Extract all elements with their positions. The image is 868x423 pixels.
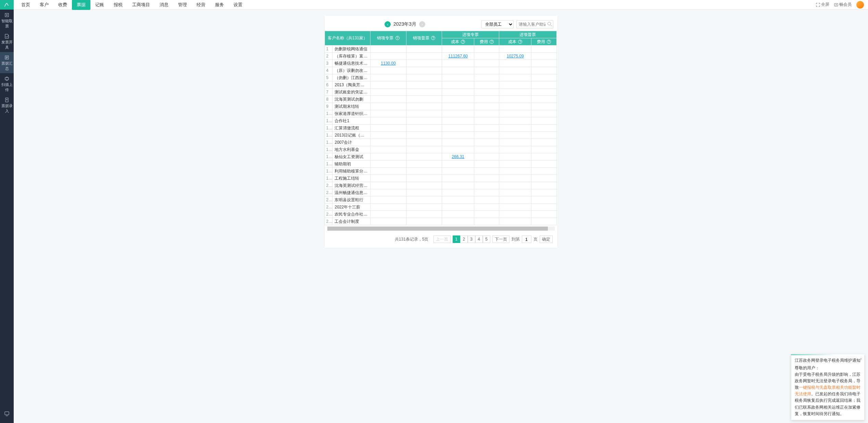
nav-item-2[interactable]: 收费 xyxy=(53,0,72,10)
nav-item-7[interactable]: 消息 xyxy=(155,0,173,10)
fullscreen-label: 全屏 xyxy=(821,2,829,8)
table-row[interactable]: 15地方水利基金 xyxy=(325,146,556,153)
side-icon-4 xyxy=(4,97,10,103)
close-icon[interactable]: × xyxy=(860,356,862,362)
th-in-general: 进项普票 xyxy=(499,31,556,38)
th-cost[interactable]: 成本 ? xyxy=(499,38,531,46)
fullscreen-button[interactable]: 全屏 xyxy=(816,2,829,8)
table-row[interactable]: 16杨仙女工资测试266.31 xyxy=(325,153,556,161)
staff-select[interactable]: 全部员工 xyxy=(481,20,514,28)
next-page-button[interactable]: 下一页 xyxy=(492,235,510,243)
th-sale-special[interactable]: 销项专票 ? xyxy=(370,31,406,46)
horizontal-scrollbar[interactable] xyxy=(327,227,555,231)
table-row[interactable]: 10张家港厚道针织品有限公… xyxy=(325,110,556,117)
help-icon[interactable]: ? xyxy=(461,40,465,44)
table-row[interactable]: 24农民专业合作社会计制度 xyxy=(325,211,556,218)
side-icon-2 xyxy=(4,55,10,60)
help-icon[interactable]: ? xyxy=(518,40,522,44)
page-4[interactable]: 4 xyxy=(475,235,483,243)
nav-item-11[interactable]: 设置 xyxy=(229,0,247,10)
page-3[interactable]: 3 xyxy=(468,235,475,243)
table-row[interactable]: 25工会会计制度 xyxy=(325,218,556,225)
th-in-special: 进项专票 xyxy=(442,31,499,38)
table-row[interactable]: 8沈海英测试勿删 xyxy=(325,96,556,103)
table-row[interactable]: 21温州畅捷通信息服务有限… xyxy=(325,189,556,196)
sidebar-item-2[interactable]: 票据汇总 xyxy=(0,52,14,73)
avatar[interactable] xyxy=(856,1,864,9)
table-row[interactable]: 2（库存核算）直播畅捷通信…111267.6010275.09 xyxy=(325,53,556,60)
search-icon[interactable] xyxy=(547,22,552,27)
svg-rect-3 xyxy=(5,78,9,80)
side-bottom-button[interactable] xyxy=(0,409,14,419)
sidebar-item-4[interactable]: 票据录入 xyxy=(0,94,14,116)
member-label: 畅会员 xyxy=(839,2,852,8)
nav-item-4[interactable]: 记账 xyxy=(90,0,109,10)
nav-item-9[interactable]: 经营 xyxy=(192,0,210,10)
side-icon-1 xyxy=(4,34,10,39)
goto-suffix: 页 xyxy=(533,236,538,242)
table-row[interactable]: 1勿删新锐网络通信 xyxy=(325,46,556,53)
table-row[interactable]: 20沈海英测试经营勿删 xyxy=(325,182,556,189)
toast-greeting: 尊敬的用户： xyxy=(795,365,861,371)
month-label: 2023年3月 xyxy=(393,21,416,27)
notification-toast: × 江苏政务网登录电子税务局维护通知 尊敬的用户： 由于受电子税务局升级的影响，… xyxy=(791,354,865,420)
page-1[interactable]: 1 xyxy=(453,235,460,243)
goto-confirm-button[interactable]: 确定 xyxy=(540,235,553,243)
table-row[interactable]: 4（原）误删勿改李艳芬测试账… xyxy=(325,67,556,74)
nav-item-8[interactable]: 管理 xyxy=(173,0,192,10)
nav-item-5[interactable]: 报税 xyxy=(109,0,127,10)
nav-item-6[interactable]: 工商项目 xyxy=(127,0,155,10)
table-row[interactable]: 7测试账套的凭证打印的时候… xyxy=(325,89,556,96)
table-row[interactable]: 19工程施工结转 xyxy=(325,175,556,182)
sidebar-item-0[interactable]: 智能取票 xyxy=(0,10,14,31)
svg-rect-4 xyxy=(5,412,9,415)
table-row[interactable]: 12汇算清缴流程 xyxy=(325,125,556,132)
prev-month-button[interactable]: ‹ xyxy=(385,21,391,27)
prev-page-button[interactable]: 上一页 xyxy=(433,235,451,243)
pager-summary: 共131条记录，5页 xyxy=(395,236,429,242)
table-row[interactable]: 142007会计 xyxy=(325,139,556,146)
th-fee[interactable]: 费用 ? xyxy=(474,38,499,46)
table-row[interactable]: 5（勿删）江西服宝-LSS xyxy=(325,74,556,81)
table-row[interactable]: 132013日记账（不要删除哈… xyxy=(325,132,556,139)
toast-title: 江苏政务网登录电子税务局维护通知 xyxy=(795,357,861,364)
th-fee[interactable]: 费用 ? xyxy=(531,38,556,46)
nav-item-0[interactable]: 首页 xyxy=(16,0,35,10)
side-icon-3 xyxy=(4,76,10,81)
th-cost[interactable]: 成本 ? xyxy=(442,38,474,46)
help-icon[interactable]: ? xyxy=(547,40,551,44)
top-nav: 首页客户收费票据记账报税工商项目消息管理经营服务设置 xyxy=(14,0,816,10)
member-button[interactable]: 畅会员 xyxy=(834,2,852,8)
page-2[interactable]: 2 xyxy=(460,235,468,243)
table-row[interactable]: 18利用辅助核算分析每种商… xyxy=(325,168,556,175)
nav-item-3[interactable]: 票据 xyxy=(72,0,90,10)
fullscreen-icon xyxy=(816,3,820,7)
side-icon-0 xyxy=(4,12,10,18)
report-panel: ‹ 2023年3月 › 全部员工 xyxy=(325,16,557,248)
sidebar: 智能取票发票开具票据汇总扫描上传票据录入 xyxy=(0,10,14,423)
app-logo[interactable] xyxy=(0,0,14,10)
next-month-button[interactable]: › xyxy=(419,21,425,27)
nav-item-1[interactable]: 客户 xyxy=(35,0,53,10)
page-5[interactable]: 5 xyxy=(483,235,490,243)
sidebar-item-1[interactable]: 发票开具 xyxy=(0,31,14,52)
pagination: 共131条记录，5页 上一页 12345 下一页 到第 页 确定 xyxy=(395,235,553,243)
th-sale-general[interactable]: 销项普票 ? xyxy=(406,31,442,46)
month-switcher: ‹ 2023年3月 › xyxy=(329,21,481,27)
play-icon xyxy=(834,3,838,7)
svg-point-5 xyxy=(548,22,551,25)
table-row[interactable]: 3畅捷通信息技术股份有限公…1130.00 xyxy=(325,60,556,67)
sidebar-item-3[interactable]: 扫描上传 xyxy=(0,73,14,94)
help-icon[interactable]: ? xyxy=(431,36,435,40)
table-row[interactable]: 11合作社1 xyxy=(325,117,556,125)
table-row[interactable]: 17辅助期初 xyxy=(325,161,556,168)
nav-item-10[interactable]: 服务 xyxy=(210,0,229,10)
goto-input[interactable] xyxy=(522,235,531,243)
table-row[interactable]: 9测试期末结转 xyxy=(325,103,556,110)
th-customer[interactable]: 客户名称（共131家） xyxy=(325,31,370,46)
table-row[interactable]: 22东明县设置鞋行 xyxy=(325,196,556,204)
help-icon[interactable]: ? xyxy=(395,36,400,40)
table-row[interactable]: 62013（陶美芳勿删） xyxy=(325,81,556,89)
table-row[interactable]: 232022年十三薪 xyxy=(325,204,556,211)
help-icon[interactable]: ? xyxy=(490,40,494,44)
